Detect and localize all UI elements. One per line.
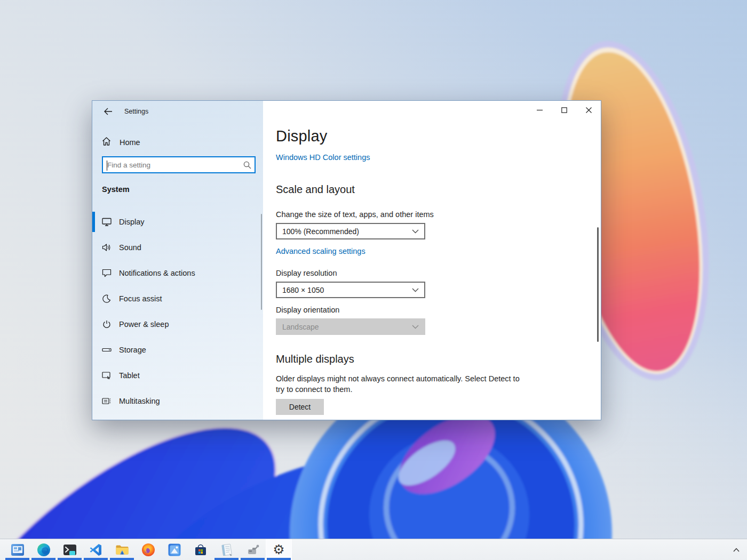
sidebar-item-storage[interactable]: Storage bbox=[92, 337, 263, 363]
scale-dropdown[interactable]: 100% (Recommended) bbox=[276, 223, 425, 239]
taskbar: ⚙ bbox=[0, 539, 747, 560]
running-indicator bbox=[267, 558, 291, 560]
taskbar-file-explorer[interactable] bbox=[109, 539, 135, 560]
chevron-down-icon bbox=[412, 288, 419, 292]
sidebar-item-label: Focus assist bbox=[119, 294, 162, 303]
sidebar-item-tablet[interactable]: Tablet bbox=[92, 363, 263, 388]
minimize-icon bbox=[537, 107, 543, 113]
window-controls bbox=[527, 101, 601, 119]
sidebar-item-label: Sound bbox=[119, 243, 141, 252]
close-icon bbox=[586, 107, 592, 113]
search-input[interactable] bbox=[103, 157, 240, 172]
monitor-icon bbox=[102, 218, 112, 226]
running-indicator bbox=[110, 558, 134, 560]
resolution-field-label: Display resolution bbox=[276, 269, 579, 277]
sidebar-item-label: Multitasking bbox=[119, 397, 160, 405]
search-box[interactable] bbox=[102, 156, 256, 173]
tool-app-icon bbox=[245, 542, 260, 557]
settings-sidebar: Settings Home System Display bbox=[92, 101, 263, 420]
advanced-scaling-link[interactable]: Advanced scaling settings bbox=[276, 247, 365, 255]
maximize-icon bbox=[561, 107, 567, 113]
edge-browser-icon bbox=[36, 542, 51, 557]
sidebar-item-notifications[interactable]: Notifications & actions bbox=[92, 260, 263, 286]
taskbar-terminal[interactable] bbox=[57, 539, 83, 560]
running-indicator bbox=[31, 558, 55, 560]
sidebar-item-label: Tablet bbox=[119, 371, 140, 380]
terminal-icon bbox=[62, 542, 77, 557]
home-icon bbox=[102, 137, 111, 148]
maximize-button[interactable] bbox=[552, 101, 576, 119]
taskbar-notepad[interactable] bbox=[213, 539, 240, 560]
sidebar-item-sound[interactable]: Sound bbox=[92, 235, 263, 260]
sidebar-scrollbar[interactable] bbox=[261, 214, 262, 310]
speaker-icon bbox=[102, 243, 112, 252]
sidebar-item-label: Storage bbox=[119, 346, 146, 354]
orientation-dropdown-value: Landscape bbox=[282, 323, 319, 331]
power-icon bbox=[102, 320, 112, 329]
multitask-windows-icon bbox=[102, 397, 112, 405]
running-indicator bbox=[84, 558, 108, 560]
hd-color-settings-link[interactable]: Windows HD Color settings bbox=[276, 153, 370, 162]
close-button[interactable] bbox=[576, 101, 601, 119]
search-icon[interactable] bbox=[240, 161, 255, 169]
running-indicator bbox=[241, 558, 265, 560]
taskbar-vscode[interactable] bbox=[83, 539, 109, 560]
tablet-icon bbox=[102, 371, 112, 380]
chevron-down-icon bbox=[412, 325, 419, 329]
sidebar-item-power-sleep[interactable]: Power & sleep bbox=[92, 311, 263, 337]
sidebar-item-label: Notifications & actions bbox=[119, 269, 195, 277]
sidebar-item-display[interactable]: Display bbox=[92, 209, 263, 235]
taskbar-settings[interactable]: ⚙ bbox=[266, 539, 292, 560]
photos-icon bbox=[167, 542, 181, 557]
microsoft-store-icon bbox=[193, 542, 208, 557]
sidebar-item-home[interactable]: Home bbox=[92, 132, 263, 153]
presentation-app-icon bbox=[10, 542, 25, 557]
scale-layout-heading: Scale and layout bbox=[276, 183, 579, 196]
file-explorer-icon bbox=[115, 542, 129, 557]
running-indicator bbox=[5, 558, 29, 560]
sidebar-item-label: Power & sleep bbox=[119, 320, 169, 329]
taskbar-edge[interactable] bbox=[30, 539, 57, 560]
running-indicator bbox=[58, 558, 82, 560]
settings-window: Settings Home System Display bbox=[92, 100, 601, 420]
selected-accent-bar bbox=[92, 212, 95, 232]
sidebar-nav: Display Sound Notifications & actions Fo… bbox=[92, 209, 263, 414]
chevron-down-icon bbox=[412, 229, 419, 234]
notification-bubble-icon bbox=[102, 269, 112, 277]
window-title: Settings bbox=[124, 108, 148, 115]
titlebar: Settings bbox=[92, 101, 263, 122]
content-scrollbar[interactable] bbox=[597, 227, 599, 342]
firefox-icon bbox=[141, 542, 155, 557]
drive-icon bbox=[102, 346, 112, 354]
resolution-dropdown[interactable]: 1680 × 1050 bbox=[276, 282, 425, 298]
orientation-field-label: Display orientation bbox=[276, 306, 579, 314]
sidebar-item-multitasking[interactable]: Multitasking bbox=[92, 388, 263, 414]
chevron-up-icon bbox=[733, 548, 740, 552]
detect-button[interactable]: Detect bbox=[276, 399, 324, 415]
sidebar-item-label: Home bbox=[120, 138, 140, 147]
taskbar-microsoft-store[interactable] bbox=[187, 539, 213, 560]
taskbar-photos[interactable] bbox=[161, 539, 187, 560]
running-indicator bbox=[214, 558, 239, 560]
taskbar-firefox[interactable] bbox=[135, 539, 161, 560]
taskbar-presentation-app[interactable] bbox=[4, 539, 30, 560]
text-caret bbox=[107, 161, 107, 171]
resolution-dropdown-value: 1680 × 1050 bbox=[282, 286, 324, 294]
orientation-dropdown: Landscape bbox=[276, 318, 425, 335]
taskbar-icons: ⚙ bbox=[4, 539, 292, 560]
sidebar-item-focus-assist[interactable]: Focus assist bbox=[92, 286, 263, 311]
crescent-moon-icon bbox=[102, 294, 112, 303]
arrow-left-icon bbox=[104, 108, 113, 115]
show-hidden-icons-button[interactable] bbox=[727, 539, 746, 560]
settings-content: Display Windows HD Color settings Scale … bbox=[263, 101, 601, 420]
sidebar-section-label: System bbox=[102, 185, 130, 194]
multiple-displays-heading: Multiple displays bbox=[276, 353, 579, 365]
notepad-icon bbox=[219, 542, 234, 557]
scale-dropdown-value: 100% (Recommended) bbox=[282, 227, 359, 236]
page-title: Display bbox=[276, 127, 579, 145]
minimize-button[interactable] bbox=[527, 101, 552, 119]
taskbar-tool-app[interactable] bbox=[240, 539, 266, 560]
vscode-icon bbox=[89, 542, 103, 557]
back-button[interactable] bbox=[99, 105, 117, 118]
settings-gear-icon: ⚙ bbox=[272, 542, 286, 557]
